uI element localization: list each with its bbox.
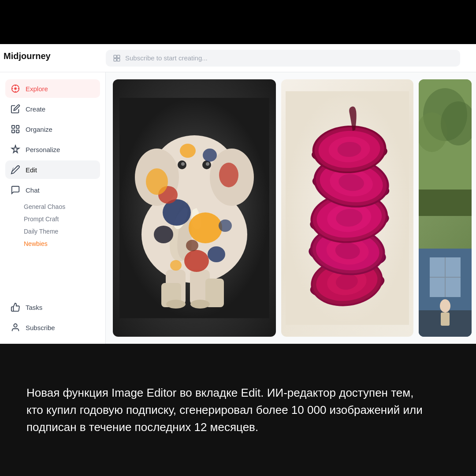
image-card-beet[interactable] [281, 79, 413, 337]
chat-label: Chat [26, 186, 40, 194]
elephant-image [113, 79, 276, 337]
chat-icon [11, 185, 20, 195]
edit-label: Edit [26, 166, 37, 174]
card3-top-image [419, 79, 472, 249]
chat-sub-newbies[interactable]: Newbies [20, 238, 100, 249]
subscribe-icon [11, 323, 20, 332]
svg-point-41 [186, 240, 198, 251]
organize-icon [11, 124, 20, 134]
svg-point-43 [170, 260, 182, 271]
image-grid [106, 72, 476, 344]
svg-point-26 [190, 300, 210, 309]
beet-image [281, 79, 413, 337]
svg-rect-13 [16, 130, 19, 133]
search-icon [113, 54, 121, 62]
sidebar-bottom: Tasks Subscribe [5, 298, 100, 337]
card3-bottom-image [419, 249, 472, 337]
svg-point-42 [219, 219, 232, 232]
tasks-icon [11, 302, 20, 312]
create-icon [11, 104, 20, 114]
svg-rect-10 [12, 126, 15, 128]
svg-rect-79 [419, 190, 472, 216]
svg-rect-12 [12, 130, 15, 133]
svg-rect-0 [114, 55, 116, 58]
sidebar-item-edit[interactable]: Edit [5, 160, 100, 179]
svg-point-85 [440, 299, 450, 312]
bottom-description: Новая функция Image Editor во вкладке Ed… [26, 384, 423, 436]
sidebar-item-chat[interactable]: Chat [5, 181, 100, 199]
svg-point-31 [189, 212, 222, 243]
chat-sub-general-chaos[interactable]: General Chaos [20, 201, 100, 212]
sidebar-item-subscribe[interactable]: Subscribe [5, 318, 100, 337]
content-area [106, 72, 476, 344]
sidebar-item-tasks[interactable]: Tasks [5, 298, 100, 316]
svg-point-30 [206, 162, 209, 166]
main-layout: Explore Create [0, 72, 476, 344]
svg-rect-3 [117, 58, 120, 61]
organize-label: Organize [26, 126, 52, 133]
svg-rect-2 [114, 58, 116, 61]
svg-point-33 [184, 250, 209, 272]
app-container: Midjourney Subscribe to start creating..… [0, 44, 476, 344]
svg-point-38 [154, 226, 173, 243]
svg-point-5 [14, 87, 17, 90]
top-bar [0, 0, 476, 44]
svg-point-15 [14, 324, 17, 327]
explore-label: Explore [26, 85, 48, 93]
sidebar-item-organize[interactable]: Organize [5, 120, 100, 138]
svg-point-40 [219, 163, 238, 187]
svg-rect-11 [16, 126, 19, 128]
image-card-elephant[interactable] [113, 79, 276, 337]
sidebar-item-personalize[interactable]: Personalize [5, 140, 100, 159]
image-card-partial[interactable] [419, 79, 472, 337]
svg-point-34 [208, 246, 225, 262]
svg-rect-1 [117, 55, 120, 58]
app-logo: Midjourney [0, 48, 106, 68]
bottom-section: Новая функция Image Editor во вкладке Ed… [0, 344, 476, 476]
svg-rect-86 [441, 312, 450, 326]
svg-point-29 [181, 162, 185, 166]
search-placeholder: Subscribe to start creating... [125, 54, 208, 62]
create-label: Create [26, 105, 45, 113]
personalize-icon [11, 145, 20, 154]
header: Midjourney Subscribe to start creating..… [0, 44, 476, 72]
svg-point-25 [166, 300, 186, 309]
chat-sub-daily-theme[interactable]: Daily Theme [20, 226, 100, 237]
sidebar-item-create[interactable]: Create [5, 100, 100, 118]
svg-point-36 [180, 144, 196, 158]
explore-icon [11, 84, 20, 93]
personalize-label: Personalize [26, 146, 60, 153]
svg-point-37 [203, 149, 217, 162]
tasks-label: Tasks [26, 304, 42, 311]
sidebar-item-explore[interactable]: Explore [5, 79, 100, 98]
search-bar[interactable]: Subscribe to start creating... [106, 50, 460, 67]
chat-sub-items: General Chaos Prompt Craft Daily Theme N… [20, 201, 100, 249]
chat-sub-prompt-craft[interactable]: Prompt Craft [20, 213, 100, 225]
svg-point-39 [146, 168, 168, 195]
subscribe-label: Subscribe [26, 324, 55, 331]
edit-icon [11, 165, 20, 175]
sidebar-header-space: Midjourney [0, 48, 106, 68]
sidebar: Explore Create [0, 72, 106, 344]
